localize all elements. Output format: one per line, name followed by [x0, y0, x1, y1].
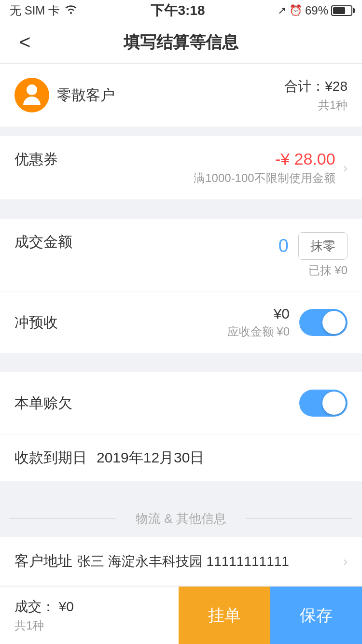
address-section: 客户地址 张三 海淀永丰科技园 11111111111 ›: [0, 537, 362, 586]
debt-due-value: 2019年12月30日: [97, 448, 204, 468]
precollect-values: ¥0 应收金额 ¥0: [227, 306, 290, 339]
save-button[interactable]: 保存: [270, 587, 362, 644]
amount-label: 成交金额: [14, 232, 72, 252]
bottom-summary-count: 共1种: [14, 618, 164, 633]
customer-section: 零散客户 合计：¥28 共1种: [0, 64, 362, 126]
battery-icon: [331, 5, 352, 16]
transaction-section: 成交金额 0 抹零 已抹 ¥0 冲预收 ¥0 应收金额 ¥0: [0, 219, 362, 353]
address-row[interactable]: 客户地址 张三 海淀永丰科技园 11111111111 ›: [0, 537, 362, 586]
amount-value: 0: [278, 236, 289, 256]
coupon-chevron-icon: ›: [343, 160, 348, 176]
logistics-label: 物流 & 其他信息: [126, 510, 236, 527]
precollect-row: 冲预收 ¥0 应收金额 ¥0: [0, 292, 362, 353]
divider-2: [0, 363, 362, 372]
debt-label: 本单赊欠: [14, 393, 72, 413]
coupon-row[interactable]: 优惠券 -¥ 28.00 满1000-100不限制使用金额 ›: [0, 136, 362, 199]
logistics-line-right: [246, 518, 352, 519]
svg-point-0: [70, 12, 72, 14]
coupon-label: 优惠券: [14, 150, 58, 169]
debt-row: 本单赊欠: [0, 372, 362, 434]
precollect-sub: 应收金额 ¥0: [227, 324, 290, 339]
location-icon: ↗: [278, 4, 286, 17]
address-value: 张三 海淀永丰科技园 11111111111: [72, 552, 338, 571]
carrier-text: 无 SIM 卡: [10, 3, 60, 18]
logistics-line-left: [10, 518, 116, 519]
status-left: 无 SIM 卡: [10, 3, 78, 18]
amount-sub: 已抹 ¥0: [278, 263, 348, 278]
customer-name: 零散客户: [57, 85, 115, 105]
bottom-bar: 成交： ¥0 共1种 挂单 保存: [0, 586, 362, 644]
status-bar: 无 SIM 卡 下午3:18 ↗ ⏰ 69%: [0, 0, 362, 21]
customer-total: 合计：¥28: [284, 77, 348, 96]
alarm-icon: ⏰: [289, 4, 302, 17]
customer-total-area: 合计：¥28 共1种: [284, 77, 348, 113]
coupon-amount: -¥ 28.00: [194, 150, 335, 168]
precollect-label: 冲预收: [14, 313, 58, 333]
amount-row: 成交金额 0 抹零 已抹 ¥0: [0, 219, 362, 292]
bottom-summary: 成交： ¥0 共1种: [0, 598, 179, 633]
wifi-icon: [64, 4, 78, 17]
logistics-header: 物流 & 其他信息: [0, 501, 362, 537]
customer-count: 共1种: [284, 98, 348, 113]
status-time: 下午3:18: [151, 1, 205, 20]
toggle-thumb: [322, 311, 346, 334]
debt-toggle-thumb: [322, 392, 346, 415]
main-content: 零散客户 合计：¥28 共1种 优惠券 -¥ 28.00 满1000-100不限…: [0, 64, 362, 644]
page-title: 填写结算等信息: [124, 31, 238, 54]
avatar-person-icon: [21, 84, 42, 106]
back-button[interactable]: <: [14, 27, 35, 58]
nav-bar: < 填写结算等信息: [0, 21, 362, 64]
coupon-value-area: -¥ 28.00 满1000-100不限制使用金额: [194, 150, 335, 186]
avatar: [14, 78, 49, 112]
coupon-section: 优惠券 -¥ 28.00 满1000-100不限制使用金额 ›: [0, 136, 362, 199]
bottom-summary-amount: 成交： ¥0: [14, 598, 164, 616]
hold-button[interactable]: 挂单: [179, 587, 270, 644]
precollect-right: ¥0 应收金额 ¥0: [227, 306, 348, 339]
precollect-toggle[interactable]: [299, 309, 348, 336]
status-right: ↗ ⏰ 69%: [278, 4, 352, 17]
round-off-button[interactable]: 抹零: [298, 232, 348, 260]
debt-section: 本单赊欠 收款到期日 2019年12月30日: [0, 372, 362, 481]
precollect-amount: ¥0: [227, 306, 290, 322]
coupon-desc: 满1000-100不限制使用金额: [194, 170, 335, 186]
customer-info: 零散客户: [14, 78, 115, 112]
debt-due-label: 收款到期日: [14, 448, 87, 468]
divider-1: [0, 209, 362, 219]
address-label: 客户地址: [14, 551, 72, 571]
battery-percent: 69%: [305, 4, 328, 17]
address-chevron-icon: ›: [343, 554, 348, 569]
divider-3: [0, 491, 362, 501]
debt-toggle[interactable]: [299, 390, 348, 417]
debt-due-row: 收款到期日 2019年12月30日: [0, 434, 362, 481]
